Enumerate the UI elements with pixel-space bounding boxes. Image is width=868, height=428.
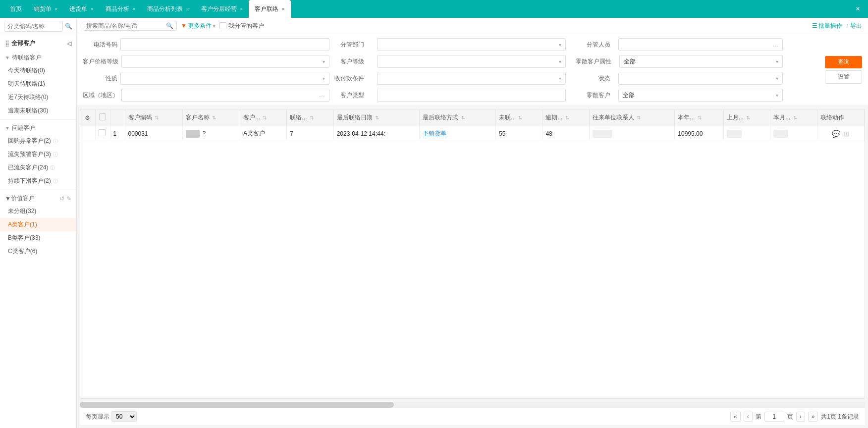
prev-page-btn[interactable]: ‹ (744, 412, 753, 422)
close-sales-tab[interactable]: × (54, 6, 57, 12)
sort-this-year-icon[interactable]: ⇅ (698, 115, 702, 120)
chat-icon[interactable]: 💬 (832, 130, 840, 138)
last-method-link[interactable]: 下销货单 (423, 130, 446, 137)
department-select[interactable]: ▾ (377, 38, 566, 51)
export-icon: ↑ (846, 22, 849, 29)
advanced-filter: 电话号码 分管部门 ▾ 分管人员 … (77, 34, 868, 106)
status-select[interactable]: ▾ (618, 72, 783, 85)
nav-analysis[interactable]: 商品分析 × (100, 0, 141, 18)
nav-analysis-list[interactable]: 商品分析列表 × (141, 0, 195, 18)
close-purchase-tab[interactable]: × (90, 6, 93, 12)
nav-customer-segment[interactable]: 客户分层经营 × (195, 0, 249, 18)
edit-icon[interactable]: ✎ (66, 195, 71, 202)
sidebar-collapse-icon[interactable]: ◁ (67, 40, 71, 47)
sidebar-item-7days[interactable]: 近7天待联络(0) (0, 91, 76, 104)
close-customer-segment-tab[interactable]: × (240, 6, 243, 12)
close-analysis-tab[interactable]: × (132, 6, 135, 12)
last-page-btn[interactable]: » (808, 412, 818, 422)
customer-type-input[interactable] (377, 89, 566, 102)
sort-overdue-icon[interactable]: ⇅ (565, 115, 569, 120)
sidebar-item-class-c[interactable]: C类客户(6) (0, 245, 76, 258)
filter-scatter-customer: 零散客户 全部 ▾ (576, 89, 822, 102)
price-level-select[interactable]: ▾ (121, 55, 329, 68)
region-input[interactable]: … (121, 89, 329, 102)
sort-method-icon[interactable]: ⇅ (461, 115, 465, 120)
window-close-btn[interactable]: × (852, 4, 864, 13)
nature-select[interactable]: ▾ (120, 72, 329, 85)
filter-department: 分管部门 ▾ (329, 38, 576, 51)
refresh-icon[interactable]: ↺ (59, 195, 64, 202)
row-checkbox[interactable] (99, 129, 106, 136)
filter-search-icon[interactable]: 🔍 (166, 22, 173, 29)
sidebar-item-today[interactable]: 今天待联络(0) (0, 64, 76, 77)
scatter-attr-select[interactable]: 全部 ▾ (619, 55, 783, 68)
sort-contact-person-icon[interactable]: ⇅ (637, 115, 641, 120)
sort-last-month-icon[interactable]: ⇅ (746, 115, 750, 120)
scatter-customer-select[interactable]: 全部 ▾ (618, 89, 783, 102)
nav-purchase[interactable]: 进货单 × (63, 0, 99, 18)
th-not-contact: 未联... ⇅ (496, 109, 542, 126)
th-last-method: 最后联络方式 ⇅ (420, 109, 496, 126)
page-number-input[interactable] (764, 412, 784, 422)
sidebar-item-tomorrow[interactable]: 明天待联络(1) (0, 77, 76, 91)
filter-search-input[interactable] (86, 22, 166, 29)
sidebar-item-churned[interactable]: 已流失客户(24) ⓘ (0, 161, 76, 174)
filter-bar: 🔍 ▼ 更多条件 ▾ 我分管的客户 ☰ 批量操作 ↑ 导出 (77, 18, 868, 34)
per-page-select[interactable]: 50 100 200 (111, 411, 137, 422)
sidebar-item-class-a[interactable]: A类客户(1) (0, 218, 76, 231)
close-customer-contact-tab[interactable]: × (281, 6, 284, 12)
sort-this-month-icon[interactable]: ⇅ (793, 115, 797, 120)
person-input[interactable]: … (618, 38, 783, 51)
sidebar-item-ungroup[interactable]: 未分组(32) (0, 205, 76, 218)
export-btn[interactable]: ↑ 导出 (846, 22, 862, 30)
sort-type-icon[interactable]: ⇅ (263, 115, 267, 120)
phone-input[interactable] (120, 38, 329, 51)
cell-num: 1 (110, 126, 125, 141)
more-filter-btn[interactable]: ▼ 更多条件 ▾ (181, 22, 216, 30)
sidebar-search-input[interactable] (4, 21, 63, 32)
sort-not-contact-icon[interactable]: ⇅ (518, 115, 522, 120)
filter-phone: 电话号码 (83, 38, 329, 51)
scrollbar-thumb[interactable] (80, 402, 394, 408)
sort-code-icon[interactable]: ⇅ (155, 115, 159, 120)
next-page-btn[interactable]: › (796, 412, 805, 422)
my-customer-check[interactable] (219, 22, 226, 29)
filter-person: 分管人员 … (576, 38, 822, 51)
cell-not-contact: 55 (496, 126, 542, 141)
sidebar-item-churn-warning[interactable]: 流失预警客户(3) ⓘ (0, 148, 76, 161)
sidebar-item-declining[interactable]: 持续下滑客户(2) ⓘ (0, 174, 76, 188)
filter-price-level: 客户价格等级 ▾ (83, 55, 329, 68)
sort-name-icon[interactable]: ⇅ (212, 115, 216, 120)
sidebar-item-class-b[interactable]: B类客户(33) (0, 231, 76, 245)
my-customer-checkbox[interactable]: 我分管的客户 (219, 22, 264, 30)
table-row: 1 000031 ？ A类客户 7 2023-04-12 14:44: 下销货单… (80, 126, 865, 141)
nav-sales[interactable]: 销货单 × (28, 0, 63, 18)
nav-home[interactable]: 首页 (4, 0, 28, 18)
pagination: « ‹ 第 页 › » 共1页 1条记录 (730, 412, 859, 422)
sidebar-item-overdue[interactable]: 逾期未联络(30) (0, 104, 76, 117)
info-icon-declining: ⓘ (53, 178, 58, 185)
table-footer: 每页显示 50 100 200 « ‹ 第 页 › » 共1页 1条记录 (80, 408, 865, 425)
th-settings[interactable]: ⚙ (80, 109, 95, 126)
header-checkbox[interactable] (99, 113, 106, 120)
filter-payment: 收付款条件 ▾ (329, 72, 576, 85)
sort-date-icon[interactable]: ⇅ (375, 115, 379, 120)
sidebar-item-abnormal[interactable]: 回购异常客户(2) ⓘ (0, 134, 76, 148)
query-btn[interactable]: 查询 (825, 56, 862, 68)
settings-btn[interactable]: 设置 (825, 70, 862, 84)
th-type: 客户... ⇅ (240, 109, 286, 126)
qrcode-icon[interactable]: ⊞ (843, 130, 849, 138)
cell-type: A类客户 (240, 126, 286, 141)
sidebar-search-icon[interactable]: 🔍 (65, 23, 72, 30)
nav-customer-contact[interactable]: 客户联络 × (249, 0, 290, 18)
first-page-btn[interactable]: « (730, 412, 741, 422)
customer-level-select[interactable]: ▾ (377, 55, 566, 68)
close-analysis-list-tab[interactable]: × (186, 6, 189, 12)
cell-settings (80, 126, 95, 141)
batch-op-btn[interactable]: ☰ 批量操作 (812, 22, 842, 30)
payment-select[interactable]: ▾ (377, 72, 566, 85)
cell-last-month (723, 126, 770, 141)
filter-customer-level: 客户等级 ▾ (329, 55, 576, 68)
sort-contact-icon[interactable]: ⇅ (310, 115, 314, 120)
horizontal-scrollbar[interactable] (80, 402, 865, 408)
